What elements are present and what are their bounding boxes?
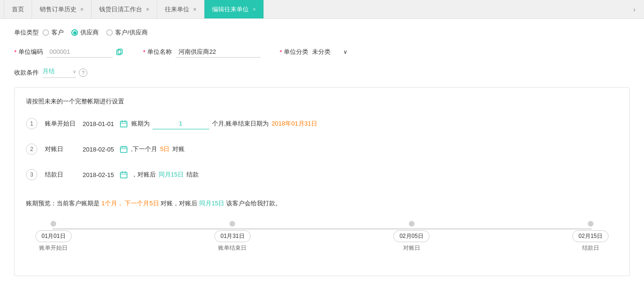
timeline-line — [52, 228, 592, 229]
step3-pre: ，对账后 — [131, 170, 156, 179]
step-cal-2[interactable] — [119, 144, 128, 154]
tab-home-label: 首页 — [12, 5, 24, 14]
tab-more-button[interactable]: › — [628, 6, 640, 13]
tab-sales-history[interactable]: 销售订单历史 × — [32, 0, 92, 18]
tab-edit-partner-close[interactable]: × — [253, 6, 256, 13]
tab-partner-close[interactable]: × — [193, 6, 196, 13]
code-label: 单位编码 — [18, 48, 43, 56]
timeline-points: 01月01日 账单开始日 01月31日 账单结束日 02月05日 对账日 — [35, 221, 609, 252]
radio-supplier[interactable]: 供应商 — [71, 28, 99, 37]
tab-cash-work-label: 钱货日清工作台 — [99, 5, 142, 14]
preview-suffix: 该客户会给我打款。 — [226, 200, 281, 207]
timeline-point-2: 01月31日 账单结束日 — [214, 221, 251, 252]
radio-both-circle — [106, 29, 113, 36]
code-required-star: * — [14, 49, 17, 56]
tab-sales-history-label: 销售订单历史 — [40, 5, 76, 14]
classify-label: 单位分类 — [284, 48, 308, 56]
timeline-dot-1 — [51, 221, 56, 227]
step-date-1: 2018-01-01 — [83, 120, 114, 127]
preview-text: 账期预览：当前客户账期是 1个月， 下一个月5日 对账，对账后 同月15日 该客… — [26, 199, 618, 208]
name-input[interactable] — [176, 46, 261, 58]
radio-customer[interactable]: 客户 — [42, 28, 64, 37]
step-period-prefix: 账期为 — [131, 119, 150, 128]
classify-required-star: * — [280, 49, 282, 56]
name-label: 单位名称 — [147, 48, 172, 56]
step-label-3: 结款日 — [45, 170, 83, 179]
section-title: 请按照未来的一个完整帐期进行设置 — [26, 97, 618, 106]
preview-label: 账期预览：当前客户账期是 — [26, 200, 100, 207]
timeline-label-4: 02月15日 — [572, 230, 609, 242]
step-row-2: 2 对账日 2018-02-05 ,下一个月 5日 对账 — [26, 141, 618, 158]
tab-home[interactable]: 首页 — [4, 0, 32, 18]
preview-section: 账期预览：当前客户账期是 1个月， 下一个月5日 对账，对账后 同月15日 该客… — [26, 192, 618, 266]
timeline-label-2: 01月31日 — [214, 230, 251, 242]
payment-dropdown-arrow[interactable]: ∨ — [73, 69, 76, 74]
timeline-label-3: 02月05日 — [393, 230, 430, 242]
step2-post: 对账 — [172, 145, 185, 153]
classify-value: 未分类 — [312, 48, 340, 56]
name-required-star: * — [143, 49, 145, 56]
timeline-dot-4 — [588, 221, 593, 227]
preview-end: 同月15日 — [199, 200, 224, 207]
step-label-2: 对账日 — [45, 145, 83, 153]
timeline-point-4: 02月15日 结款日 — [572, 221, 609, 252]
step-content-2: 2018-02-05 ,下一个月 5日 对账 — [83, 144, 185, 154]
step-cal-1[interactable] — [119, 119, 128, 128]
tab-partner[interactable]: 往来单位 × — [157, 0, 204, 18]
svg-rect-10 — [120, 172, 127, 178]
tab-partner-label: 往来单位 — [165, 5, 189, 14]
timeline-label-1: 01月01日 — [35, 230, 72, 242]
settings-section: 请按照未来的一个完整帐期进行设置 1 账单开始日 2018-01-01 账期为 … — [14, 87, 630, 276]
radio-both[interactable]: 客户/供应商 — [106, 28, 148, 37]
step-num-1: 1 — [26, 118, 37, 129]
step-row-1: 1 账单开始日 2018-01-01 账期为 个月,账单结束日期为 2018年0… — [26, 115, 618, 132]
timeline-sublabel-1: 账单开始日 — [39, 244, 68, 252]
tab-edit-partner-label: 编辑往来单位 — [212, 5, 249, 14]
unit-type-row: 单位类型 客户 供应商 客户/供应商 — [14, 28, 630, 37]
payment-help-icon[interactable]: ? — [79, 68, 87, 77]
step-content-1: 2018-01-01 账期为 个月,账单结束日期为 2018年01月31日 — [83, 118, 317, 129]
step2-highlight: 5日 — [160, 145, 169, 153]
classify-group: 未分类 ∨ — [312, 48, 347, 56]
payment-value: 月结 — [42, 67, 71, 76]
tab-cash-work[interactable]: 钱货日清工作台 × — [92, 0, 157, 18]
step-num-3: 3 — [26, 169, 37, 180]
preview-period: 1个月， — [102, 200, 123, 207]
unit-type-radio-group: 客户 供应商 客户/供应商 — [42, 28, 148, 37]
step-period-suffix: 个月,账单结束日期为 — [212, 119, 269, 128]
payment-label: 收款条件 — [14, 68, 39, 77]
tab-cash-work-close[interactable]: × — [146, 6, 149, 13]
radio-supplier-label: 供应商 — [80, 28, 99, 37]
end-date-highlight: 2018年01月31日 — [271, 119, 317, 128]
radio-customer-label: 客户 — [51, 28, 64, 37]
period-input[interactable] — [153, 118, 209, 129]
payment-row: 收款条件 月结 ∨ ? — [14, 67, 630, 78]
step-date-3: 2018-02-15 — [83, 171, 114, 178]
step-label-1: 账单开始日 — [45, 119, 83, 128]
code-input[interactable] — [47, 46, 113, 58]
payment-select-group[interactable]: 月结 ∨ — [42, 67, 76, 78]
step-content-3: 2018-02-15 ，对账后 同月15日 结款 — [83, 170, 199, 179]
svg-rect-6 — [120, 147, 127, 152]
radio-both-label: 客户/供应商 — [115, 28, 148, 37]
step-date-2: 2018-02-05 — [83, 146, 114, 153]
step-num-2: 2 — [26, 144, 37, 155]
step-cal-3[interactable] — [119, 170, 128, 179]
timeline-dot-2 — [229, 221, 235, 227]
unit-type-label: 单位类型 — [14, 28, 39, 37]
tab-sales-history-close[interactable]: × — [80, 6, 84, 13]
timeline-dot-3 — [409, 221, 415, 227]
help-text: ? — [82, 70, 85, 76]
preview-mid: 下一个月5日 — [125, 200, 159, 207]
svg-rect-2 — [120, 121, 127, 127]
tab-edit-partner[interactable]: 编辑往来单位 × — [204, 0, 264, 18]
step3-highlight: 同月15日 — [159, 170, 184, 179]
timeline-point-1: 01月01日 账单开始日 — [35, 221, 72, 252]
code-copy-icon[interactable] — [115, 47, 124, 57]
classify-dropdown-arrow[interactable]: ∨ — [343, 49, 347, 55]
timeline-sublabel-3: 对账日 — [403, 244, 420, 252]
step-row-3: 3 结款日 2018-02-15 ，对账后 同月15日 结款 — [26, 166, 618, 183]
code-name-row: * 单位编码 * 单位名称 * 单位分类 未分类 ∨ — [14, 46, 630, 58]
timeline-sublabel-2: 账单结束日 — [218, 244, 246, 252]
timeline-point-3: 02月05日 对账日 — [393, 221, 430, 252]
